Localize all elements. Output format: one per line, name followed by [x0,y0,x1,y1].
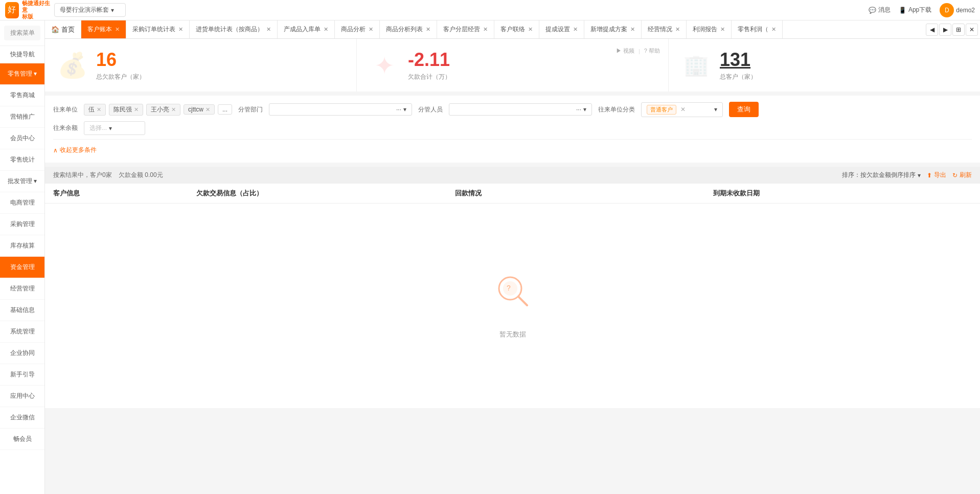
sidebar-item-new-guide[interactable]: 新手引导 [0,364,44,386]
tenant-select[interactable]: 母婴行业演示帐套 ▾ [54,3,126,17]
tabs-nav: ◀ ▶ ⊞ ✕ [924,24,980,36]
balance-select[interactable]: 选择... ▾ [84,121,145,135]
export-button[interactable]: ⬆ 导出 [927,171,946,179]
tab-close-icon[interactable]: ✕ [369,26,373,33]
filter-tag-cjttcw[interactable]: cjttcw ✕ [184,104,215,115]
tab-close-icon[interactable]: ✕ [266,26,271,33]
filter-tag-wang[interactable]: 王小亮 ✕ [146,104,180,116]
sidebar-item-retail-mall[interactable]: 零售商城 [0,85,44,106]
sidebar-item-retail-stats[interactable]: 零售统计 [0,149,44,171]
tab-close-icon[interactable]: ✕ [675,26,680,33]
video-button[interactable]: ▶ 视频 [616,47,634,55]
sidebar-item-app-center[interactable]: 应用中心 [0,386,44,407]
refresh-button[interactable]: ↻ 刷新 [952,171,972,179]
sidebar-item-member-center[interactable]: 会员中心 [0,128,44,149]
export-icon: ⬆ [927,172,932,179]
staff-select[interactable]: ··· ▾ [449,103,592,116]
tab-close-icon[interactable]: ✕ [771,26,776,33]
top-bar-right: 💬 消息 📱 App下载 D demo2 [869,3,975,17]
avatar-img: D [940,3,954,17]
app-download-button[interactable]: 📱 App下载 [899,6,931,14]
tab-close-icon[interactable]: ✕ [178,26,183,33]
sidebar-item-basic-info[interactable]: 基础信息 [0,300,44,321]
help-button[interactable]: ? 帮助 [644,47,660,55]
logo-icon: 好 [5,2,19,18]
refresh-icon: ↻ [952,172,958,179]
sidebar-item-retail-mgmt[interactable]: 零售管理 ▾ [0,63,44,85]
chevron-down-icon: ▾ [111,7,114,14]
stat-card-customers: 💰 16 总欠款客户（家） [45,39,357,92]
tab-close-icon[interactable]: ✕ [720,26,725,33]
unit-filter-label: 往来单位 [53,105,78,114]
sidebar-item-operations-mgmt[interactable]: 经营管理 [0,278,44,300]
unit-type-select[interactable]: 普通客户 ✕ ▾ [641,102,723,117]
tab-close-icon[interactable]: ✕ [573,26,578,33]
tab-product-analysis[interactable]: 商品分析 ✕ [335,20,380,39]
tag-close-wu[interactable]: ✕ [97,106,101,113]
tab-product-analysis-list[interactable]: 商品分析列表 ✕ [380,20,437,39]
search-menu-button[interactable]: 搜索菜单 [4,26,40,40]
logo-text: 畅捷通好生意 标版 [22,0,50,20]
tag-close-customer-type[interactable]: ✕ [680,106,686,113]
tab-new-promotion-plan[interactable]: 新增提成方案 ✕ [584,20,642,39]
table-body: ? 暂无数据 [45,204,980,408]
dept-filter-label: 分管部门 [238,105,263,114]
tag-close-chen[interactable]: ✕ [134,106,139,113]
tabs-expand-button[interactable]: ⊞ [952,24,965,36]
sidebar-item-capital-mgmt[interactable]: 资金管理 [0,257,44,278]
tabs-close-all-button[interactable]: ✕ [966,24,978,36]
stat-number-customers: 16 [96,49,145,71]
chevron-up-icon: ∧ [53,147,58,154]
col-transaction-info: 欠款交易信息（占比） [196,189,455,198]
tag-close-wang[interactable]: ✕ [171,106,176,113]
tabs-prev-button[interactable]: ◀ [926,24,938,36]
sidebar-item-enterprise-collab[interactable]: 企业协同 [0,343,44,364]
user-avatar[interactable]: D demo2 [940,3,975,17]
tab-profit-report[interactable]: 利润报告 ✕ [687,20,732,39]
query-button[interactable]: 查询 [729,102,759,117]
message-icon: 💬 [869,7,876,14]
sidebar-item-marketing[interactable]: 营销推广 [0,106,44,128]
tab-close-icon[interactable]: ✕ [426,26,430,33]
result-bar: 搜索结果中，客户0家 欠款金额 0.00元 排序：按欠款金额倒序排序 ▾ ⬆ 导… [45,167,980,184]
sidebar-item-purchase-mgmt[interactable]: 采购管理 [0,214,44,235]
tab-close-icon[interactable]: ✕ [528,26,533,33]
tab-operations-status[interactable]: 经营情况 ✕ [642,20,687,39]
tab-close-icon[interactable]: ✕ [630,26,635,33]
sidebar-item-member-plus[interactable]: 畅会员 [0,429,44,450]
filter-tag-wu[interactable]: 伍 ✕ [84,104,106,116]
tab-customer-segment[interactable]: 客户分层经营 ✕ [437,20,494,39]
logo-area: 好 畅捷通好生意 标版 [5,0,50,20]
collapse-filter-button[interactable]: ∧ 收起更多条件 [53,144,972,156]
sidebar-item-wholesale-mgmt[interactable]: 批发管理 ▾ [0,171,44,192]
sort-select[interactable]: 排序：按欠款金额倒序排序 ▾ [842,171,921,179]
filter-tag-chen[interactable]: 陈民强 ✕ [109,104,143,116]
tab-customer-book[interactable]: 客户账本 ✕ [81,20,126,39]
play-icon: ▶ [616,48,622,54]
tab-close-icon[interactable]: ✕ [115,26,120,33]
tab-close-icon[interactable]: ✕ [483,26,488,33]
amount-icon: ✦ [369,50,400,81]
tab-promotion-settings[interactable]: 提成设置 ✕ [539,20,584,39]
tabs-next-button[interactable]: ▶ [939,24,951,36]
balance-filter-label: 往来余额 [53,124,78,132]
sidebar-item-system-mgmt[interactable]: 系统管理 [0,321,44,343]
message-button[interactable]: 💬 消息 [869,6,891,14]
tab-incoming-stats[interactable]: 进货单统计表（按商品） ✕ [190,20,278,39]
sidebar-item-ecommerce-mgmt[interactable]: 电商管理 [0,192,44,214]
dept-select[interactable]: ··· ▾ [269,103,412,116]
quick-nav-button[interactable]: 快捷导航 [0,46,44,63]
tag-close-cjttcw[interactable]: ✕ [206,106,210,113]
tab-home[interactable]: 🏠 首页 [45,20,81,39]
stats-row: 💰 16 总欠款客户（家） ✦ -2.11 欠款合计（万） [45,39,980,92]
tab-retail-profit[interactable]: 零售利润（ ✕ [732,20,783,39]
sidebar-item-enterprise-wechat[interactable]: 企业微信 [0,407,44,429]
stat-card-amount: ✦ -2.11 欠款合计（万） ▶ 视频 | ? [357,39,669,92]
tab-close-icon[interactable]: ✕ [324,26,328,33]
tab-production-entry[interactable]: 产成品入库单 ✕ [278,20,335,39]
tab-purchase-order-stats[interactable]: 采购订单统计表 ✕ [126,20,190,39]
sidebar-item-inventory-check[interactable]: 库存核算 [0,235,44,257]
filter-tag-more[interactable]: ... [218,104,232,115]
tab-customer-contact[interactable]: 客户联络 ✕ [494,20,539,39]
customer-type-tag: 普通客户 [647,105,676,115]
